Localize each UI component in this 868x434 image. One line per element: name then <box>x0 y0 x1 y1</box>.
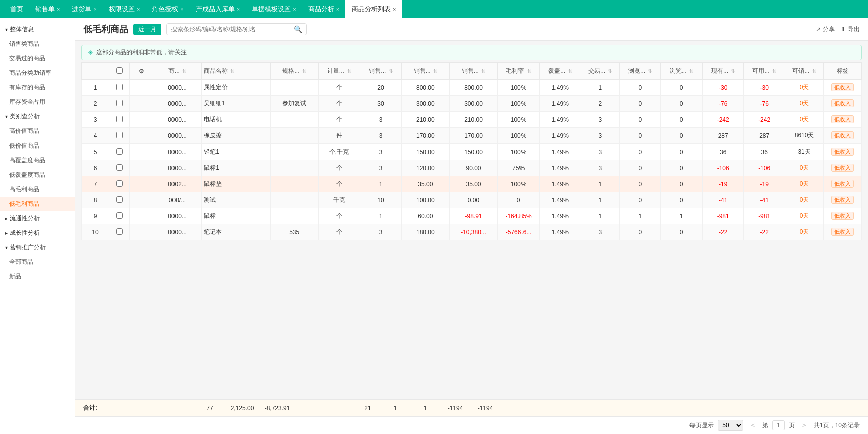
col-header-setting[interactable]: ⚙ <box>130 63 153 80</box>
cell-spec <box>270 144 318 160</box>
col-header-stock-sell[interactable]: 可销... ⇅ <box>785 63 823 80</box>
close-roles-icon[interactable]: × <box>180 6 183 12</box>
share-button[interactable]: ↗ 分享 <box>816 25 835 34</box>
close-sales-icon[interactable]: × <box>57 6 60 12</box>
cell-check[interactable] <box>109 144 129 160</box>
sidebar-item-high-margin[interactable]: 高毛利商品 <box>0 182 75 197</box>
cell-name: 吴细细1 <box>202 96 270 112</box>
cell-check[interactable] <box>109 160 129 176</box>
nav-item-analysis[interactable]: 商品分析 × <box>302 0 345 18</box>
col-header-sales-profit[interactable]: 销售... ⇅ <box>449 63 497 80</box>
close-analysis-list-icon[interactable]: × <box>393 6 396 12</box>
row-checkbox[interactable] <box>116 164 123 171</box>
cell-trade: 3 <box>581 112 619 128</box>
row-checkbox[interactable] <box>116 132 123 138</box>
col-header-check[interactable] <box>109 63 129 80</box>
row-checkbox[interactable] <box>116 116 123 122</box>
row-checkbox[interactable] <box>116 228 123 235</box>
cell-check[interactable] <box>109 208 129 224</box>
col-header-name[interactable]: 商品名称 ⇅ <box>202 63 270 80</box>
col-header-gross-rate[interactable]: 毛利率 ⇅ <box>498 63 540 80</box>
nav-item-template[interactable]: 单据模板设置 × <box>246 0 302 18</box>
cell-spec: 参加复试 <box>270 96 318 112</box>
row-checkbox[interactable] <box>116 212 123 219</box>
export-button[interactable]: ⬆ 导出 <box>841 25 860 34</box>
cell-sales-price: 170.00 <box>401 128 449 144</box>
sidebar-item-new-goods[interactable]: 新品 <box>0 269 75 284</box>
cell-stock-sell: 0天 <box>785 176 823 192</box>
search-icon[interactable]: 🔍 <box>294 25 302 33</box>
col-header-code[interactable]: 商... ⇅ <box>153 63 201 80</box>
sidebar-item-all-goods[interactable]: 全部商品 <box>0 255 75 269</box>
col-header-trade[interactable]: 交易... ⇅ <box>581 63 619 80</box>
filter-button[interactable]: 近一月 <box>133 24 161 35</box>
cell-stock-cur: -19 <box>702 176 743 192</box>
col-header-unit[interactable]: 计量... ⇅ <box>318 63 360 80</box>
sidebar-group-category[interactable]: ▾ 类别查分析 <box>0 109 75 124</box>
search-box: 🔍 <box>166 23 307 35</box>
close-permissions-icon[interactable]: × <box>137 6 140 12</box>
cell-check[interactable] <box>109 80 129 96</box>
row-checkbox[interactable] <box>116 180 123 187</box>
sidebar-item-in-stock[interactable]: 有库存的商品 <box>0 80 75 95</box>
select-all-checkbox[interactable] <box>116 67 123 74</box>
sidebar-item-low-coverage[interactable]: 低覆盖度商品 <box>0 168 75 182</box>
cell-browse1[interactable]: 1 <box>620 208 661 224</box>
sidebar-item-low-value[interactable]: 低价值商品 <box>0 138 75 153</box>
cell-seq: 5 <box>82 144 109 160</box>
cell-code: 000/... <box>153 192 201 208</box>
col-header-browse2[interactable]: 浏览... ⇅ <box>661 63 702 80</box>
close-products-icon[interactable]: × <box>237 6 240 12</box>
cell-check[interactable] <box>109 96 129 112</box>
cell-sales-profit: 800.00 <box>449 80 497 96</box>
per-page-select[interactable]: 50 100 200 <box>718 420 743 431</box>
nav-item-permissions[interactable]: 权限设置 × <box>103 0 146 18</box>
nav-item-purchase[interactable]: 进货单 × <box>66 0 102 18</box>
nav-item-sales[interactable]: 销售单 × <box>29 0 66 18</box>
sidebar-group-overview[interactable]: ▾ 整体信息 <box>0 22 75 37</box>
cell-gross-rate: 75% <box>498 160 540 176</box>
cell-check[interactable] <box>109 192 129 208</box>
col-header-sales-qty[interactable]: 销售... ⇅ <box>360 63 401 80</box>
cell-coverage: 1.49% <box>540 224 581 240</box>
nav-item-products[interactable]: 产成品入库单 × <box>190 0 246 18</box>
cell-check[interactable] <box>109 128 129 144</box>
sidebar-group-circulation[interactable]: ▸ 流通性分析 <box>0 211 75 226</box>
close-template-icon[interactable]: × <box>293 6 296 12</box>
next-page-button[interactable]: ＞ <box>799 421 810 430</box>
sidebar-group-marketing[interactable]: ▾ 营销推广分析 <box>0 240 75 255</box>
col-header-browse1[interactable]: 浏览... ⇅ <box>620 63 661 80</box>
cell-check[interactable] <box>109 224 129 240</box>
cell-check[interactable] <box>109 176 129 192</box>
cell-tag: 低收入 <box>824 208 862 224</box>
nav-item-roles[interactable]: 角色授权 × <box>146 0 189 18</box>
sidebar-item-capital[interactable]: 库存资金占用 <box>0 95 75 109</box>
close-analysis-icon[interactable]: × <box>336 6 339 12</box>
cell-check[interactable] <box>109 112 129 128</box>
prev-page-button[interactable]: ＜ <box>747 421 758 430</box>
sidebar-item-high-value[interactable]: 高价值商品 <box>0 124 75 138</box>
sidebar-item-high-coverage[interactable]: 高覆盖度商品 <box>0 153 75 168</box>
cell-sales-profit: 90.00 <box>449 160 497 176</box>
col-header-spec[interactable]: 规格... ⇅ <box>270 63 318 80</box>
sidebar-item-sales-goods[interactable]: 销售类商品 <box>0 37 75 51</box>
sidebar-item-traded-goods[interactable]: 交易过的商品 <box>0 51 75 66</box>
row-checkbox[interactable] <box>116 84 123 90</box>
row-checkbox[interactable] <box>116 100 123 106</box>
sidebar-item-category-rate[interactable]: 商品分类助销率 <box>0 66 75 80</box>
search-input[interactable] <box>171 26 294 33</box>
row-checkbox[interactable] <box>116 148 123 155</box>
row-checkbox[interactable] <box>116 196 123 203</box>
sidebar-group-growth[interactable]: ▸ 成长性分析 <box>0 226 75 240</box>
close-purchase-icon[interactable]: × <box>93 6 96 12</box>
nav-item-analysis-list[interactable]: 商品分析列表 × <box>345 0 402 18</box>
total-stock-cur: -1194 <box>440 405 470 412</box>
col-header-coverage[interactable]: 覆盖... ⇅ <box>540 63 581 80</box>
table-row: 9 0000... 鼠标 个 1 60.00 -98.91 -164.85% 1… <box>82 208 862 224</box>
sidebar-item-low-margin[interactable]: 低毛利商品 <box>0 197 75 211</box>
cell-coverage: 1.49% <box>540 192 581 208</box>
col-header-sales-price[interactable]: 销售... ⇅ <box>401 63 449 80</box>
nav-item-home[interactable]: 首页 <box>4 0 29 18</box>
col-header-stock-avail[interactable]: 可用... ⇅ <box>744 63 785 80</box>
col-header-stock-cur[interactable]: 现有... ⇅ <box>702 63 743 80</box>
